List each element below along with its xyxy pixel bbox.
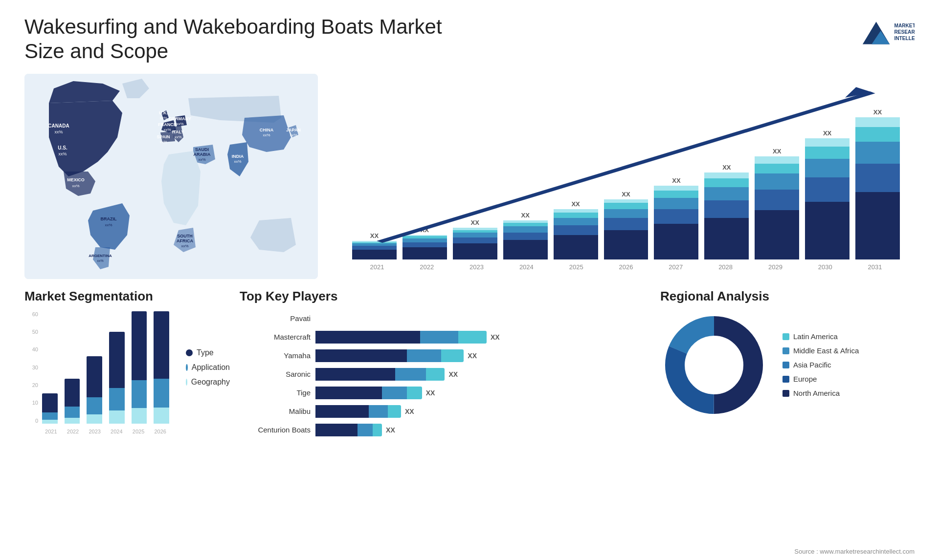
seg-chart xyxy=(40,311,171,424)
player-xx-label: XX xyxy=(405,408,414,415)
seg-geography-bar xyxy=(87,414,102,424)
donut-chart-svg xyxy=(660,311,768,419)
seg-geography-bar xyxy=(132,408,147,424)
bottom-grid: Market Segmentation 0 10 20 30 40 50 60 xyxy=(24,289,915,438)
bar-segment xyxy=(654,224,698,259)
bar-segment xyxy=(503,233,548,240)
bar-chart-inner: XXXXXXXXXXXXXXXXXXXXXX xyxy=(352,84,900,259)
seg-geography-bar xyxy=(65,418,80,424)
legend-dot-na xyxy=(782,390,789,397)
svg-text:CANADA: CANADA xyxy=(48,123,69,129)
player-bar-segment xyxy=(426,368,445,381)
player-row: TigeXX xyxy=(240,386,650,400)
svg-text:FRANCE: FRANCE xyxy=(158,122,177,127)
player-bar xyxy=(315,349,464,362)
seg-geography-bar xyxy=(42,420,58,424)
bar-group: XX xyxy=(855,108,900,259)
player-name: Yamaha xyxy=(240,351,311,360)
player-name: Tige xyxy=(240,388,311,397)
seg-bar-group xyxy=(130,311,149,424)
x-axis: 2021202220232024202520262027202820292030… xyxy=(352,259,900,284)
bar-segment xyxy=(755,173,799,190)
seg-x-axis: 202120222023202420252026 xyxy=(40,425,171,438)
regional-title: Regional Analysis xyxy=(660,289,915,304)
x-axis-label: 2030 xyxy=(800,263,850,271)
seg-geography-bar xyxy=(154,408,169,424)
svg-text:xx%: xx% xyxy=(163,128,171,132)
bar-segment xyxy=(554,225,598,235)
bar-segment xyxy=(604,199,648,203)
regional-legend: Latin America Middle East & Africa Asia … xyxy=(782,332,859,397)
bar-segment xyxy=(755,190,799,211)
seg-x-label: 2025 xyxy=(128,429,150,434)
x-axis-label: 2021 xyxy=(352,263,402,271)
seg-application-bar xyxy=(132,380,147,408)
player-bar-segment xyxy=(395,368,425,381)
player-xx-label: XX xyxy=(448,370,458,378)
svg-text:INDIA: INDIA xyxy=(232,154,244,159)
svg-text:GERMANY: GERMANY xyxy=(169,116,191,121)
page-title: Wakesurfing and Wakeboarding Boats Marke… xyxy=(24,15,465,64)
bar-segment xyxy=(604,230,648,259)
bar-stack xyxy=(805,138,850,259)
bar-segment xyxy=(805,147,850,159)
world-map-section: CANADA xx% U.S. xx% MEXICO xx% BRAZIL xx… xyxy=(24,74,318,279)
svg-text:xx%: xx% xyxy=(54,129,63,134)
player-bar-segment xyxy=(315,387,382,399)
players-title: Top Key Players xyxy=(240,289,650,304)
bar-group: XX xyxy=(704,164,749,259)
bar-xx-label: XX xyxy=(722,164,731,171)
bar-segment xyxy=(704,187,749,201)
legend-dot-application xyxy=(186,364,188,371)
seg-bar-group xyxy=(85,311,104,424)
legend-label-latin: Latin America xyxy=(793,332,838,341)
legend-dot-europe xyxy=(782,376,789,383)
player-bar-container: XX xyxy=(315,387,650,399)
svg-text:xx%: xx% xyxy=(97,259,103,262)
legend-label-europe: Europe xyxy=(793,375,817,383)
player-bar-segment xyxy=(420,331,458,344)
seg-type-bar xyxy=(109,332,125,388)
legend-label-mea: Middle East & Africa xyxy=(793,346,859,355)
bar-segment xyxy=(805,177,850,202)
bar-segment xyxy=(704,200,749,217)
svg-text:xx%: xx% xyxy=(176,122,183,126)
bar-segment xyxy=(654,209,698,224)
legend-dot-type xyxy=(186,349,193,356)
x-axis-label: 2022 xyxy=(402,263,452,271)
svg-text:xx%: xx% xyxy=(234,159,241,164)
bar-segment xyxy=(805,138,850,147)
player-bar xyxy=(315,331,487,344)
player-bar-segment xyxy=(441,349,464,362)
x-axis-label: 2027 xyxy=(651,263,701,271)
player-bar-segment xyxy=(458,331,487,344)
x-axis-label: 2026 xyxy=(601,263,651,271)
x-axis-label: 2025 xyxy=(551,263,601,271)
bar-xx-label: XX xyxy=(521,212,530,219)
bar-segment xyxy=(704,218,749,259)
seg-legend: Type Application Geography xyxy=(176,311,230,438)
svg-text:JAPAN: JAPAN xyxy=(286,128,301,132)
svg-text:SOUTH: SOUTH xyxy=(177,234,193,238)
bar-segment xyxy=(352,246,397,250)
bar-stack xyxy=(402,235,447,259)
legend-label-geography: Geography xyxy=(191,378,230,387)
player-row: MastercraftXX xyxy=(240,330,650,345)
bar-xx-label: XX xyxy=(471,219,479,226)
player-xx-label: XX xyxy=(491,333,500,341)
seg-bar-stack xyxy=(87,356,102,424)
bar-group: XX xyxy=(755,148,799,259)
bar-segment xyxy=(704,178,749,187)
seg-application-bar xyxy=(42,412,58,420)
bar-segment xyxy=(453,243,497,259)
svg-text:AFRICA: AFRICA xyxy=(177,238,193,243)
seg-application-bar xyxy=(154,379,169,407)
player-name: Malibu xyxy=(240,407,311,415)
legend-type: Type xyxy=(186,348,230,357)
y-axis xyxy=(328,84,352,259)
seg-bars: 0 10 20 30 40 50 60 20212022202320242025… xyxy=(24,311,171,438)
legend-application: Application xyxy=(186,363,230,372)
bar-segment xyxy=(503,240,548,259)
player-bar-segment xyxy=(315,331,420,344)
x-axis-label: 2028 xyxy=(701,263,751,271)
